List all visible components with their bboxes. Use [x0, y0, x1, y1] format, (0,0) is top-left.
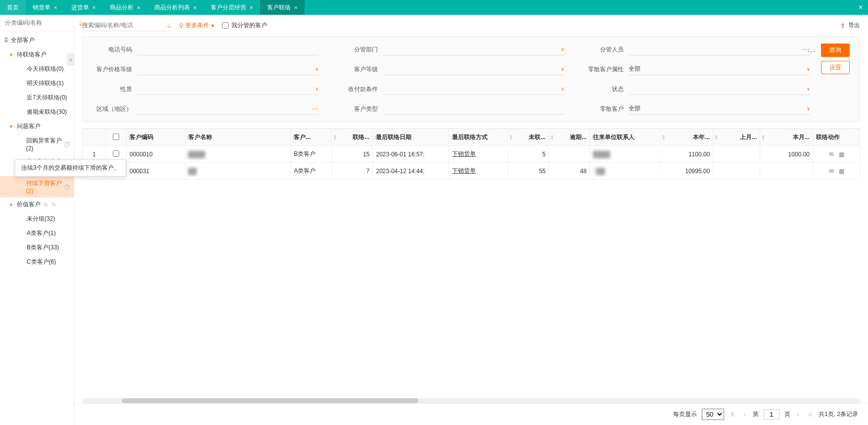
- select-all-checkbox[interactable]: [113, 134, 119, 140]
- sort-icon: ▲▼: [128, 135, 132, 141]
- sidebar-item[interactable]: ▾逾期未联络(30): [0, 105, 74, 119]
- column-header[interactable]: ▲▼本月...: [760, 129, 813, 146]
- column-header[interactable]: ▲▼往来单位联系人: [590, 129, 660, 146]
- sidebar-item[interactable]: ▾持续下滑客户(2)?: [0, 176, 74, 197]
- filter-input[interactable]: 全部∨: [629, 103, 810, 115]
- column-header[interactable]: ▲▼客户...: [291, 129, 332, 146]
- next-page[interactable]: ›: [795, 411, 801, 418]
- sidebar-item[interactable]: ▾近7天待联络(0): [0, 91, 74, 105]
- per-page-select[interactable]: 50: [702, 409, 724, 420]
- tab-customer-contact[interactable]: 客户联络✕: [260, 0, 305, 15]
- horizontal-scrollbar[interactable]: [82, 398, 860, 403]
- tree-label: B类客户(33): [27, 243, 59, 252]
- sidebar-item[interactable]: ▾明天待联络(1): [0, 76, 74, 91]
- link[interactable]: 下销货单: [452, 167, 476, 174]
- tab-home[interactable]: 首页: [0, 0, 26, 15]
- filter-input[interactable]: ∨: [383, 44, 564, 55]
- page-input[interactable]: [764, 409, 779, 420]
- search-icon[interactable]: ⌕: [79, 19, 83, 27]
- close-icon[interactable]: ✕: [294, 5, 298, 10]
- last-page[interactable]: ›I: [806, 411, 814, 418]
- table-row[interactable]: 2000031██A类客户72023-04-12 14:44:下销货单55481…: [83, 163, 860, 180]
- more-conditions[interactable]: ⚲ 更多条件 ▾: [179, 21, 214, 30]
- filter-input[interactable]: ∨: [629, 83, 810, 95]
- tab-product-analysis-list[interactable]: 商品分析列表✕: [147, 0, 204, 15]
- column-header[interactable]: ▲▼未联...: [508, 129, 549, 146]
- close-icon[interactable]: ✕: [249, 5, 253, 10]
- column-header[interactable]: ▲▼上月...: [713, 129, 760, 146]
- close-icon[interactable]: ✕: [92, 5, 96, 10]
- sidebar-search-input[interactable]: [5, 19, 79, 26]
- filter-input[interactable]: 全部∨: [629, 63, 810, 75]
- close-icon[interactable]: ✕: [53, 5, 57, 10]
- sidebar-item[interactable]: ▾B类客户(33): [0, 240, 74, 255]
- sort-icon: ▲▼: [186, 135, 190, 141]
- filter-input[interactable]: [137, 44, 319, 55]
- sidebar-item[interactable]: ⠿全部客户: [0, 33, 74, 47]
- tab-purchase[interactable]: 进货单✕: [64, 0, 103, 15]
- column-header[interactable]: ▲▼联络...: [332, 129, 373, 146]
- filter-input[interactable]: ∨: [383, 83, 564, 95]
- search-icon[interactable]: ⌕: [167, 21, 171, 29]
- table-row[interactable]: 10000010████B类客户152023-06-01 16:57:下销货单5…: [83, 146, 860, 163]
- column-header[interactable]: ▲▼逾期...: [549, 129, 590, 146]
- qr-icon[interactable]: ▦: [839, 151, 844, 158]
- first-page[interactable]: K: [729, 411, 737, 418]
- scrollbar-thumb[interactable]: [122, 398, 418, 403]
- column-header[interactable]: [83, 129, 106, 146]
- help-icon[interactable]: ?: [64, 184, 70, 190]
- filter-input[interactable]: ⋯: [137, 103, 319, 115]
- query-button[interactable]: 查询: [821, 44, 850, 57]
- filter-input[interactable]: ∨: [383, 63, 564, 75]
- prev-page[interactable]: ‹: [742, 411, 748, 418]
- header-label: 上月...: [740, 134, 757, 141]
- column-header[interactable]: ▲▼本年...: [660, 129, 713, 146]
- chat-icon[interactable]: ✉: [829, 168, 834, 175]
- filter-input[interactable]: ∨: [137, 63, 319, 75]
- sidebar-item[interactable]: ▾未分组(32): [0, 212, 74, 226]
- sidebar-item[interactable]: ▾问题客户: [0, 119, 74, 134]
- column-header[interactable]: ▲▼最后联络日期: [373, 129, 449, 146]
- column-header[interactable]: ▲▼最后联络方式: [449, 129, 508, 146]
- cell-code: 0000010: [126, 146, 185, 163]
- my-customers-checkbox[interactable]: 我分管的客户: [222, 21, 267, 30]
- filter-item: 客户等级∨: [338, 63, 564, 75]
- column-header[interactable]: ▲▼客户编码: [126, 129, 185, 146]
- tab-customer-tier[interactable]: 客户分层经营✕: [204, 0, 260, 15]
- sidebar-item[interactable]: ▾C类客户(6): [0, 255, 74, 269]
- filter-item: 区域（地区）⋯: [92, 103, 319, 115]
- search-input[interactable]: [82, 20, 167, 31]
- close-icon[interactable]: ✕: [193, 5, 197, 10]
- column-header[interactable]: [106, 129, 127, 146]
- filter-item: 分管部门∨: [338, 44, 564, 55]
- sidebar-item[interactable]: ▾价值客户↻✎: [0, 197, 74, 212]
- more-dots-icon[interactable]: ⋯: [807, 47, 815, 56]
- help-icon[interactable]: ?: [64, 142, 70, 147]
- filter-input[interactable]: [383, 103, 564, 115]
- sidebar-item[interactable]: ▾回购异常客户(2)?: [0, 134, 74, 155]
- checkbox[interactable]: [222, 22, 228, 29]
- sidebar-collapse[interactable]: «: [67, 53, 74, 65]
- tree-action-icon[interactable]: ✎: [51, 201, 56, 208]
- sidebar-item[interactable]: ▾今天待联络(0): [0, 62, 74, 76]
- tree-action-icon[interactable]: ↻: [44, 201, 48, 208]
- sidebar-item[interactable]: ▾A类客户(1): [0, 226, 74, 240]
- tabbar-close-all[interactable]: ✕: [853, 0, 868, 15]
- filter-input[interactable]: ⋯: [629, 44, 810, 55]
- export-button[interactable]: ⇪ 导出: [840, 21, 860, 30]
- filter-item: 性质∨: [92, 83, 319, 95]
- column-header[interactable]: ▲▼客户名称: [185, 129, 291, 146]
- tab-product-analysis[interactable]: 商品分析✕: [103, 0, 147, 15]
- sidebar-item[interactable]: ▾待联络客户: [0, 47, 74, 62]
- cell-this-month: [760, 163, 813, 180]
- filter-input[interactable]: ∨: [137, 83, 319, 95]
- tab-sales[interactable]: 销货单✕: [26, 0, 64, 15]
- row-checkbox[interactable]: [113, 150, 119, 157]
- close-icon[interactable]: ✕: [137, 5, 140, 10]
- qr-icon[interactable]: ▦: [839, 168, 844, 175]
- column-header[interactable]: 联络动作: [813, 129, 860, 146]
- filter-item: 状态∨: [584, 83, 810, 95]
- chat-icon[interactable]: ✉: [829, 151, 834, 158]
- link[interactable]: 下销货单: [452, 150, 476, 157]
- settings-button[interactable]: 设置: [821, 61, 850, 74]
